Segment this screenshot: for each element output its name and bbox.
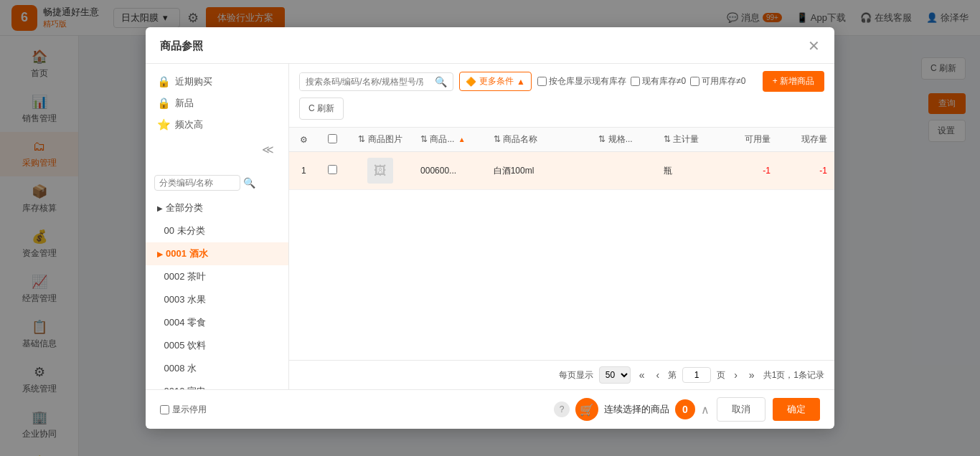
cat-tea[interactable]: 0002 茶叶 xyxy=(146,265,288,288)
col-spec-header[interactable]: ⇅ 规格... xyxy=(591,128,656,152)
category-list: ▶ 全部分类 00 未分类 ▶ 0001 酒水 0002 茶叶 xyxy=(146,194,288,389)
modal-toolbar: 🔍 🔶 更多条件 ▲ 按仓库显示现有库存 xyxy=(289,64,834,128)
col-name-header[interactable]: ⇅ 商品名称 xyxy=(486,128,592,152)
nav-new-products[interactable]: 🔒 新品 xyxy=(146,92,288,114)
page-number-input[interactable] xyxy=(682,367,711,383)
cat-all[interactable]: ▶ 全部分类 xyxy=(146,196,288,219)
filter-checkboxes: 按仓库显示现有库存 现有库存≠0 可用库存≠0 xyxy=(537,75,746,87)
cat-snacks[interactable]: 0004 零食 xyxy=(146,311,288,334)
category-search-area: 🔍 xyxy=(146,172,288,194)
cancel-button[interactable]: 取消 xyxy=(717,397,765,422)
row-unit: 瓶 xyxy=(656,152,713,190)
col-settings: ⚙ xyxy=(289,128,319,152)
product-search-button[interactable]: 🔍 xyxy=(429,73,453,90)
cart-area: ? 🛒 连续选择的商品 0 ∧ xyxy=(554,398,710,421)
page-next-button[interactable]: › xyxy=(731,368,740,382)
cat-appliance[interactable]: 0010 家电 xyxy=(146,380,288,389)
col-code-header[interactable]: ⇅ 商品... ▲ xyxy=(413,128,486,152)
nav-frequent[interactable]: ⭐ 频次高 xyxy=(146,114,288,136)
cart-icon: 🛒 xyxy=(575,398,598,421)
cb-warehouse-stock-input[interactable] xyxy=(537,77,547,86)
category-search-button[interactable]: 🔍 xyxy=(243,177,255,189)
cart-count: 0 xyxy=(675,399,695,419)
cat-uncategorized[interactable]: 00 未分类 xyxy=(146,219,288,242)
row-name: 白酒100ml xyxy=(486,152,592,190)
cb-stock-nonzero-input[interactable] xyxy=(631,77,640,86)
lock-icon-2: 🔒 xyxy=(157,97,171,110)
product-table: ⚙ ⇅ 商品图片 ⇅ xyxy=(289,128,834,190)
cat-drinks[interactable]: 0005 饮料 xyxy=(146,334,288,357)
per-page-select[interactable]: 50 xyxy=(599,366,631,384)
page-prev-button[interactable]: ‹ xyxy=(654,368,663,382)
cb-avail-nonzero-input[interactable] xyxy=(690,77,699,86)
product-image-placeholder: 🖼 xyxy=(367,158,393,184)
table-row[interactable]: 1 🖼 xyxy=(289,152,834,190)
category-search-input[interactable] xyxy=(154,175,240,191)
col-stock-header[interactable]: 现存量 xyxy=(778,128,834,152)
refresh-button[interactable]: C 刷新 xyxy=(299,98,344,120)
table-body: 1 🖼 xyxy=(289,152,834,190)
total-records: 共1页，1条记录 xyxy=(763,369,824,381)
row-checkbox[interactable] xyxy=(328,165,337,174)
row-avail: -1 xyxy=(713,152,778,190)
add-product-button[interactable]: + 新增商品 xyxy=(763,71,824,92)
show-disabled-checkbox[interactable] xyxy=(160,405,169,414)
product-reference-modal: 商品参照 ✕ 🔒 近期购买 🔒 新品 ⭐ 频次高 ≪ xyxy=(146,27,834,429)
confirm-button[interactable]: 确定 xyxy=(773,398,820,421)
col-img-header: ⇅ 商品图片 xyxy=(347,128,413,152)
modal-footer: 显示停用 ? 🛒 连续选择的商品 0 ∧ 取消 确定 xyxy=(146,389,834,429)
cart-label: 连续选择的商品 xyxy=(604,403,669,416)
select-all-checkbox[interactable] xyxy=(328,134,337,143)
modal-left-panel: 🔒 近期购买 🔒 新品 ⭐ 频次高 ≪ 🔍 xyxy=(146,64,289,389)
modal-header: 商品参照 ✕ xyxy=(146,27,834,64)
col-avail-header[interactable]: 可用量 xyxy=(713,128,778,152)
col-unit-header[interactable]: ⇅ 主计量 xyxy=(656,128,713,152)
row-stock: -1 xyxy=(778,152,834,190)
help-icon[interactable]: ? xyxy=(554,402,570,417)
modal-right-panel: 🔍 🔶 更多条件 ▲ 按仓库显示现有库存 xyxy=(289,64,834,389)
cb-avail-nonzero[interactable]: 可用库存≠0 xyxy=(690,75,745,87)
modal-title: 商品参照 xyxy=(160,39,203,53)
product-search-input[interactable] xyxy=(300,73,429,90)
cat-fruit[interactable]: 0003 水果 xyxy=(146,288,288,311)
modal-body: 🔒 近期购买 🔒 新品 ⭐ 频次高 ≪ 🔍 xyxy=(146,64,834,389)
row-spec xyxy=(591,152,656,190)
modal-close-button[interactable]: ✕ xyxy=(808,37,820,54)
table-header: ⚙ ⇅ 商品图片 ⇅ xyxy=(289,128,834,152)
nav-recent-purchase[interactable]: 🔒 近期购买 xyxy=(146,71,288,92)
lock-icon-1: 🔒 xyxy=(157,75,171,88)
collapse-button[interactable]: ≪ xyxy=(259,140,277,159)
pagination-bar: 每页显示 50 « ‹ 第 页 › » 共1页，1条记录 xyxy=(289,360,834,389)
cb-warehouse-stock[interactable]: 按仓库显示现有库存 xyxy=(537,75,626,87)
page-last-button[interactable]: » xyxy=(746,368,758,382)
col-check-header xyxy=(319,128,348,152)
row-code: 000600... xyxy=(413,152,486,190)
cat-liquor[interactable]: ▶ 0001 酒水 xyxy=(146,242,288,265)
star-icon: ⭐ xyxy=(157,118,171,131)
cb-stock-nonzero[interactable]: 现有库存≠0 xyxy=(631,75,686,87)
cat-water[interactable]: 0008 水 xyxy=(146,357,288,380)
row-check[interactable] xyxy=(319,152,348,190)
row-img: 🖼 xyxy=(347,152,413,190)
product-search-box: 🔍 xyxy=(299,72,453,91)
expand-cart-button[interactable]: ∧ xyxy=(701,403,710,417)
modal-overlay: 商品参照 ✕ 🔒 近期购买 🔒 新品 ⭐ 频次高 ≪ xyxy=(0,0,980,456)
product-table-wrap: ⚙ ⇅ 商品图片 ⇅ xyxy=(289,128,834,360)
page-first-button[interactable]: « xyxy=(636,368,648,382)
row-num: 1 xyxy=(289,152,319,190)
show-disabled-label[interactable]: 显示停用 xyxy=(160,404,207,416)
more-filter-button[interactable]: 🔶 更多条件 ▲ xyxy=(459,72,532,91)
